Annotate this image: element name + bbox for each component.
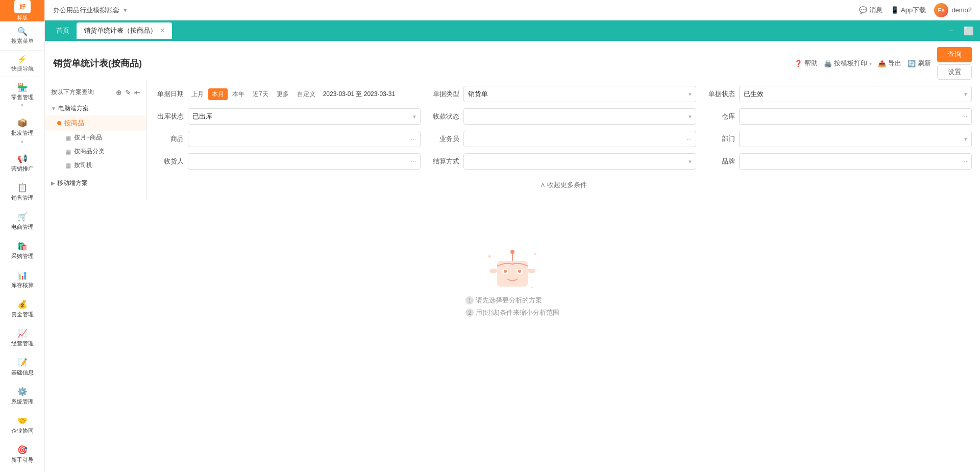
tab-home[interactable]: 首页 xyxy=(49,22,77,39)
scheme-item-by-category[interactable]: ▦ 按商品分类 xyxy=(45,145,146,158)
app-download-btn[interactable]: 📱 App下载 xyxy=(891,6,926,15)
logo-icon: 好 xyxy=(14,0,31,13)
filter-panel: 按以下方案查询 ⊕ ✎ ⇤ ▼ 电脑端方案 xyxy=(45,80,980,200)
sidebar-item-apps[interactable]: 🔧 应用中心 xyxy=(0,469,44,472)
brand-input[interactable]: ··· xyxy=(739,153,972,170)
sidebar-item-wholesale[interactable]: 📦 批发管理 ▴ xyxy=(0,113,44,149)
consignee-more[interactable]: ··· xyxy=(411,158,416,165)
staff-input[interactable]: ··· xyxy=(463,131,696,147)
filter-row-1: 单据日期 上月 本月 本年 近7天 更多 自定义 20 xyxy=(155,86,972,102)
scheme-group-mobile: ▶ 移动端方案 xyxy=(45,174,146,192)
warehouse-more[interactable]: ··· xyxy=(962,113,967,120)
consignee-input[interactable]: ··· xyxy=(188,153,421,170)
sidebar-item-inventory[interactable]: 📊 库存核算 xyxy=(0,265,44,294)
sidebar-item-guide[interactable]: 🎯 新手引导 xyxy=(0,440,44,469)
minimize-btn[interactable]: － xyxy=(945,23,958,38)
sidebar-item-ecommerce[interactable]: 🛒 电商管理 xyxy=(0,207,44,236)
doc-status-input[interactable]: 已生效 xyxy=(739,86,972,102)
sidebar-item-basic[interactable]: 📝 基础信息 xyxy=(0,352,44,382)
filter-brand: 品牌 ··· xyxy=(706,153,972,170)
user-info[interactable]: Ea demo2 xyxy=(934,3,972,17)
svg-text:✦: ✦ xyxy=(533,251,537,257)
sidebar-item-purchase[interactable]: 🛍️ 采购管理 xyxy=(0,236,44,265)
filter-doc-type: 单据类型 销货单 xyxy=(431,86,696,102)
svg-text:✦: ✦ xyxy=(487,253,492,260)
filter-form: 单据日期 上月 本月 本年 近7天 更多 自定义 20 xyxy=(147,80,980,200)
print-btn[interactable]: 🖨️ 按模板打印 ▾ xyxy=(824,59,872,68)
filter-consignee: 收货人 ··· xyxy=(155,153,421,170)
warehouse-status-arrow xyxy=(413,113,416,120)
settlement-input[interactable] xyxy=(463,153,696,170)
sidebar-item-search[interactable]: 🔍 搜索菜单 xyxy=(0,21,44,51)
export-btn[interactable]: 📤 导出 xyxy=(878,59,901,68)
page-container: 销货单统计表(按商品) ❓ 帮助 🖨️ 按模板打印 ▾ 📤 导出 xyxy=(45,41,980,472)
svg-rect-8 xyxy=(528,269,535,273)
tab-bar: 首页 销货单统计表（按商品） ✕ － ⬜ xyxy=(45,20,980,41)
sidebar-item-retail[interactable]: 🏪 零售管理 ▾ xyxy=(0,77,44,113)
product-input[interactable]: ··· xyxy=(188,131,421,147)
svg-text:✦: ✦ xyxy=(530,286,534,290)
filter-row-2: 出库状态 已出库 收款状态 xyxy=(155,108,972,125)
app-logo[interactable]: 好 标版 xyxy=(0,0,45,21)
settlement-arrow xyxy=(689,158,692,165)
receipt-status-arrow xyxy=(689,113,692,120)
action-buttons: 查询 设置 xyxy=(937,47,972,80)
date-tab-this-year[interactable]: 本年 xyxy=(229,88,248,100)
staff-more[interactable]: ··· xyxy=(687,135,692,143)
header-left: 办公用品行业模拟账套 ▾ xyxy=(53,6,127,15)
scheme-item-by-month-product[interactable]: ▦ 按月+商品 xyxy=(45,131,146,145)
collapse-scheme-btn[interactable]: ⇤ xyxy=(134,88,140,97)
date-tab-this-month[interactable]: 本月 xyxy=(208,88,228,100)
help-btn[interactable]: ❓ 帮助 xyxy=(794,59,818,68)
warehouse-input[interactable]: ··· xyxy=(739,108,972,125)
scheme-group-mobile-header[interactable]: ▶ 移动端方案 xyxy=(45,176,146,190)
empty-hint-1: 1 请先选择要分析的方案 xyxy=(465,296,559,305)
dept-input[interactable] xyxy=(739,131,972,147)
sidebar-item-finance[interactable]: 💰 资金管理 xyxy=(0,294,44,323)
header-right: 💬 消息 📱 App下载 Ea demo2 xyxy=(859,3,972,17)
page-header: 销货单统计表(按商品) ❓ 帮助 🖨️ 按模板打印 ▾ 📤 导出 xyxy=(45,41,980,80)
sidebar-item-marketing[interactable]: 📢 营销推广 xyxy=(0,149,44,178)
sidebar-item-system[interactable]: ⚙️ 系统管理 xyxy=(0,382,44,411)
filter-doc-status: 单据状态 已生效 xyxy=(706,86,972,102)
tab-report[interactable]: 销货单统计表（按商品） ✕ xyxy=(77,22,172,39)
date-tab-more[interactable]: 更多 xyxy=(273,88,292,100)
message-btn[interactable]: 💬 消息 xyxy=(859,6,883,15)
brand-more[interactable]: ··· xyxy=(962,158,967,165)
date-tab-custom[interactable]: 自定义 xyxy=(293,88,319,100)
scheme-item-by-machine[interactable]: ▦ 按司机 xyxy=(45,158,146,172)
warehouse-status-input[interactable]: 已出库 xyxy=(188,108,421,125)
filter-warehouse: 仓库 ··· xyxy=(706,108,972,125)
sidebar-item-cooperation[interactable]: 🤝 企业协同 xyxy=(0,411,44,440)
date-filter-input: 上月 本月 本年 近7天 更多 自定义 2023-03-01 至 2023-03… xyxy=(188,88,421,100)
sidebar: 好 标版 🔍 搜索菜单 ⚡ 快捷导航 🏪 零售管理 ▾ 📦 批发管理 ▴ 📢 营… xyxy=(0,0,45,472)
doc-type-input[interactable]: 销货单 xyxy=(463,86,696,102)
collapse-filters-btn[interactable]: ∧ 收起更多条件 xyxy=(155,176,972,194)
sidebar-item-operation[interactable]: 📈 经营管理 xyxy=(0,323,44,352)
query-button[interactable]: 查询 xyxy=(937,47,972,62)
svg-point-4 xyxy=(518,270,521,273)
top-header: 办公用品行业模拟账套 ▾ 💬 消息 📱 App下载 Ea demo2 xyxy=(45,0,980,20)
date-tab-7days[interactable]: 近7天 xyxy=(249,88,272,100)
scheme-item-by-product[interactable]: 按商品 xyxy=(45,115,146,131)
svg-rect-0 xyxy=(497,261,528,287)
receipt-status-input[interactable] xyxy=(463,108,696,125)
tab-close-report[interactable]: ✕ xyxy=(160,27,165,34)
svg-point-3 xyxy=(504,270,507,273)
scheme-group-pc-header[interactable]: ▼ 电脑端方案 xyxy=(45,102,146,115)
dropdown-arrow-industry[interactable]: ▾ xyxy=(124,6,127,14)
doc-status-arrow xyxy=(964,91,967,98)
maximize-btn[interactable]: ⬜ xyxy=(962,24,976,38)
date-tab-last-month[interactable]: 上月 xyxy=(188,88,207,100)
product-more[interactable]: ··· xyxy=(411,135,416,143)
sidebar-item-quick-nav[interactable]: ⚡ 快捷导航 xyxy=(0,51,44,77)
empty-state: ✦ ✦ ✦ 1 请先选择要分析的方案 2 用[过滤]条件来缩小分析范围 xyxy=(45,200,980,358)
page-title: 销货单统计表(按商品) xyxy=(53,57,142,69)
refresh-btn[interactable]: 🔄 刷新 xyxy=(908,59,931,68)
settings-button[interactable]: 设置 xyxy=(937,64,972,80)
logo-text: 标版 xyxy=(17,14,28,21)
sidebar-item-sales[interactable]: 📋 销售管理 xyxy=(0,178,44,207)
add-scheme-btn[interactable]: ⊕ xyxy=(116,88,122,97)
edit-scheme-btn[interactable]: ✎ xyxy=(125,88,131,97)
filter-row-3: 商品 ··· 业务员 ··· xyxy=(155,131,972,147)
